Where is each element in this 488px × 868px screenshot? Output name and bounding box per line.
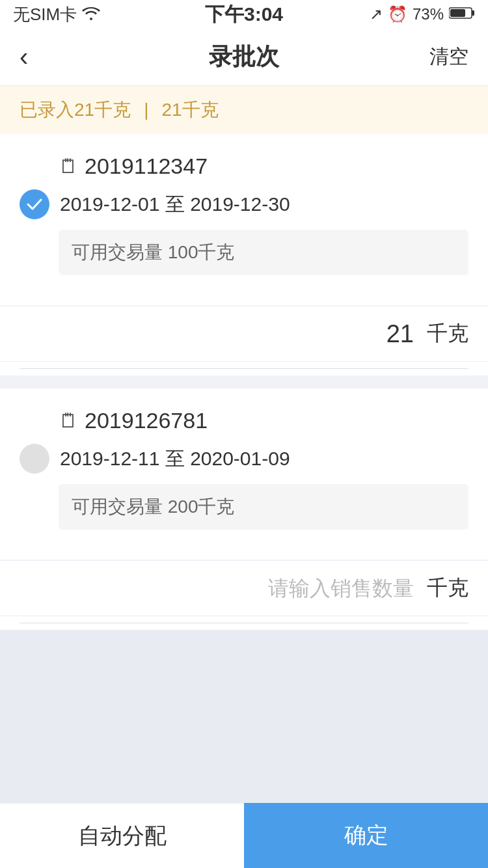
battery-percent: 73% (413, 5, 444, 23)
amount-value-1: 21 (386, 320, 414, 348)
location-icon: ↗ (370, 5, 383, 23)
summary-divider: | (144, 100, 148, 120)
amount-wrapper-2: 千克 (0, 561, 488, 630)
batch-header-2: 🗒 2019126781 (20, 408, 468, 433)
wifi-icon (82, 5, 100, 25)
summary-total: 21千克 (161, 98, 218, 122)
amount-input-row-2: 千克 (0, 561, 488, 616)
amount-unit-1: 千克 (427, 319, 468, 348)
batch-checkbox-2[interactable] (20, 444, 49, 474)
status-bar: 无SIM卡 下午3:04 ↗ ⏰ 73% (0, 0, 488, 29)
separator-2 (20, 623, 468, 623)
nav-bar: ‹ 录批次 清空 (0, 29, 488, 86)
alarm-icon: ⏰ (388, 5, 407, 23)
summary-recorded: 已录入21千克 (20, 98, 131, 122)
amount-wrapper-1: 21 千克 (0, 306, 488, 375)
batch-doc-icon-2: 🗒 (59, 410, 78, 432)
batch-date-row-2: 2019-12-11 至 2020-01-09 (20, 444, 468, 474)
batch-available-1: 可用交易量 100千克 (59, 230, 468, 275)
sim-text: 无SIM卡 (13, 3, 77, 26)
svg-rect-1 (472, 10, 474, 16)
svg-rect-2 (450, 9, 465, 17)
summary-bar: 已录入21千克 | 21千克 (0, 86, 488, 134)
batch-date-2: 2019-12-11 至 2020-01-09 (60, 446, 290, 472)
batch-card-2: 🗒 2019126781 2019-12-11 至 2020-01-09 可用交… (0, 388, 488, 560)
batch-card-1: 🗒 2019112347 2019-12-01 至 2019-12-30 可用交… (0, 134, 488, 305)
confirm-button[interactable]: 确定 (244, 803, 488, 868)
batch-number-1: 2019112347 (85, 154, 208, 179)
back-button[interactable]: ‹ (20, 42, 59, 72)
auto-distribute-button[interactable]: 自动分配 (0, 803, 244, 868)
batch-header-1: 🗒 2019112347 (20, 154, 468, 179)
bottom-bar: 自动分配 确定 (0, 803, 488, 868)
batch-date-1: 2019-12-01 至 2019-12-30 (60, 191, 290, 218)
amount-unit-2: 千克 (427, 574, 468, 603)
batch-number-2: 2019126781 (85, 408, 208, 433)
battery-icon (449, 5, 475, 23)
amount-row-1: 21 千克 (0, 306, 488, 362)
batch-date-row-1: 2019-12-01 至 2019-12-30 (20, 189, 468, 219)
batch-available-2: 可用交易量 200千克 (59, 484, 468, 530)
amount-input-2[interactable] (20, 576, 414, 601)
batch-doc-icon-1: 🗒 (59, 156, 78, 178)
status-right: ↗ ⏰ 73% (370, 5, 475, 23)
status-time: 下午3:04 (205, 1, 283, 28)
clear-button[interactable]: 清空 (429, 44, 468, 70)
batch-checkbox-1[interactable] (20, 189, 49, 219)
page-title: 录批次 (209, 41, 279, 73)
status-left: 无SIM卡 (13, 3, 100, 26)
separator-1 (20, 368, 468, 369)
